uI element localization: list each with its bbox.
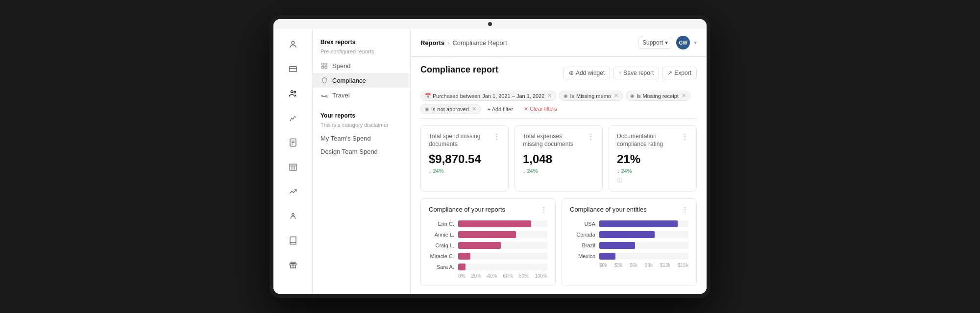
metric-compliance-title: Documentation compliance rating <box>617 133 674 148</box>
bar-row-erin: Erin C. <box>429 220 547 227</box>
brex-reports-title: Brex reports <box>313 37 410 48</box>
plane-icon <box>320 91 328 99</box>
bar-track-brazil <box>599 242 688 249</box>
nav-spend[interactable]: Spend <box>313 58 410 73</box>
filter-chip-memo[interactable]: ◉ Is Missing memo ✕ <box>559 91 622 101</box>
filter-approved-label: Is <box>431 106 436 112</box>
export-button[interactable]: ↗ Export <box>662 67 697 79</box>
card-icon[interactable] <box>285 61 301 77</box>
gift-icon[interactable] <box>285 257 301 273</box>
app-header: Reports › Compliance Report Support ▾ GW… <box>411 29 707 57</box>
add-filter-button[interactable]: + Add filter <box>484 105 517 114</box>
metric-compliance-change: ↓ 24% <box>617 168 688 174</box>
filter-receipt-icon: ◉ <box>630 93 635 98</box>
book-icon[interactable] <box>285 233 301 248</box>
camera-dot <box>488 22 492 26</box>
chart-reports-menu[interactable]: ⋮ <box>540 206 547 214</box>
bar-row-usa: USA <box>570 220 688 227</box>
metric-spend-menu[interactable]: ⋮ <box>493 133 500 141</box>
calendar-icon: 📅 <box>425 93 431 98</box>
bar-fill-erin <box>458 220 531 227</box>
metric-compliance-header: Documentation compliance rating ⋮ <box>617 133 688 148</box>
filter-approved-value: not approved <box>438 106 469 112</box>
person-icon[interactable] <box>285 37 301 52</box>
trend-icon[interactable] <box>285 184 301 199</box>
bar-track-craig <box>458 242 547 249</box>
bar-label-mexico: Mexico <box>570 253 595 259</box>
nav-my-team-spend[interactable]: My Team's Spend <box>313 132 410 145</box>
nav-design-team-spend[interactable]: Design Team Spend <box>313 145 410 158</box>
x-label-40: 40% <box>487 273 497 279</box>
svg-point-0 <box>292 42 294 45</box>
avatar[interactable]: GW <box>676 36 690 49</box>
people-icon[interactable] <box>285 86 301 101</box>
add-widget-button[interactable]: ⊕ Add widget <box>564 67 610 79</box>
support-button[interactable]: Support ▾ <box>638 37 672 48</box>
filter-receipt-label: Is <box>637 93 641 99</box>
x-label-20: 20% <box>471 273 481 279</box>
bar-track-canada <box>599 231 688 238</box>
filter-date-remove[interactable]: ✕ <box>547 93 552 99</box>
app-container: Brex reports Pre-configured reports Spen… <box>273 29 707 293</box>
spend-change-pct: 24% <box>433 168 444 174</box>
nav-travel[interactable]: Travel <box>313 88 410 102</box>
building-icon[interactable] <box>285 159 301 175</box>
svg-point-3 <box>291 91 293 93</box>
bar-fill-annie <box>458 231 516 238</box>
svg-rect-9 <box>290 164 296 170</box>
breadcrumb-separator: › <box>447 39 449 47</box>
nav-compliance-label: Compliance <box>332 77 366 84</box>
filter-chip-approved[interactable]: ◉ Is not approved ✕ <box>420 104 481 114</box>
your-reports-sub: This is a category disclaimer <box>313 121 410 132</box>
filters-bar: 📅 Purchased between Jan 1, 2021 – Jan 1,… <box>420 87 697 119</box>
metric-expenses-title: Total expenses missing documents <box>523 133 580 148</box>
chart-entities-menu[interactable]: ⋮ <box>682 206 688 214</box>
filter-receipt-value: Missing receipt <box>642 93 678 99</box>
breadcrumb: Reports › Compliance Report <box>420 39 507 47</box>
bar-chart-entities: USA Canada <box>570 220 688 260</box>
report-icon[interactable] <box>285 135 301 150</box>
chart-entities-title: Compliance of your entities <box>570 206 647 213</box>
svg-rect-13 <box>325 63 327 65</box>
chart-reports-header: Compliance of your reports ⋮ <box>429 206 547 214</box>
nav-spend-label: Spend <box>332 62 351 70</box>
metric-compliance-menu[interactable]: ⋮ <box>682 133 688 141</box>
filter-memo-remove[interactable]: ✕ <box>614 93 618 99</box>
metric-expenses-value: 1,048 <box>523 152 594 166</box>
chart-entities-header: Compliance of your entities ⋮ <box>570 206 688 214</box>
device-frame: Brex reports Pre-configured reports Spen… <box>270 15 710 297</box>
metric-expenses-menu[interactable]: ⋮ <box>588 133 594 141</box>
svg-rect-1 <box>289 67 296 72</box>
chart-icon[interactable] <box>285 110 301 126</box>
clear-filters-button[interactable]: ✕ Clear filters <box>520 104 561 114</box>
bar-fill-usa <box>599 220 678 227</box>
bar-fill-sara <box>458 264 466 270</box>
bar-fill-brazil <box>599 242 635 249</box>
x-label-60: 60% <box>503 273 513 279</box>
bar-row-miracle: Miracle C. <box>429 253 547 260</box>
save-report-button[interactable]: ↑ Save report <box>613 67 659 79</box>
bar-row-brazil: Brazil <box>570 242 688 249</box>
filter-approved-remove[interactable]: ✕ <box>472 106 476 112</box>
chevron-down-icon: ▾ <box>665 39 668 46</box>
bar-row-mexico: Mexico <box>570 253 688 260</box>
nav-compliance[interactable]: Compliance <box>313 73 410 88</box>
filter-date-label: Purchased between <box>433 93 480 99</box>
team-icon[interactable] <box>285 208 301 224</box>
svg-rect-12 <box>322 63 324 65</box>
filter-receipt-remove[interactable]: ✕ <box>682 93 686 99</box>
charts-row: Compliance of your reports ⋮ Erin C. <box>420 198 697 286</box>
info-icon[interactable]: ⓘ <box>617 177 688 184</box>
ex-label-6k: $6k <box>630 263 637 268</box>
ex-label-0: $0k <box>599 263 607 268</box>
filter-date-value: Jan 1, 2021 – Jan 1, 2022 <box>482 93 544 99</box>
breadcrumb-reports[interactable]: Reports <box>420 39 444 47</box>
user-menu-chevron: ▾ <box>694 39 697 46</box>
bar-track-annie <box>458 231 547 238</box>
filter-chip-receipt[interactable]: ◉ Is Missing receipt ✕ <box>626 91 690 101</box>
chart-reports-title: Compliance of your reports <box>429 206 505 213</box>
ex-label-3k: $3k <box>614 263 622 268</box>
filter-chip-date[interactable]: 📅 Purchased between Jan 1, 2021 – Jan 1,… <box>420 91 556 101</box>
metric-compliance-value: 21% <box>617 152 688 166</box>
toolbar-actions: ⊕ Add widget ↑ Save report ↗ Export <box>564 67 697 79</box>
